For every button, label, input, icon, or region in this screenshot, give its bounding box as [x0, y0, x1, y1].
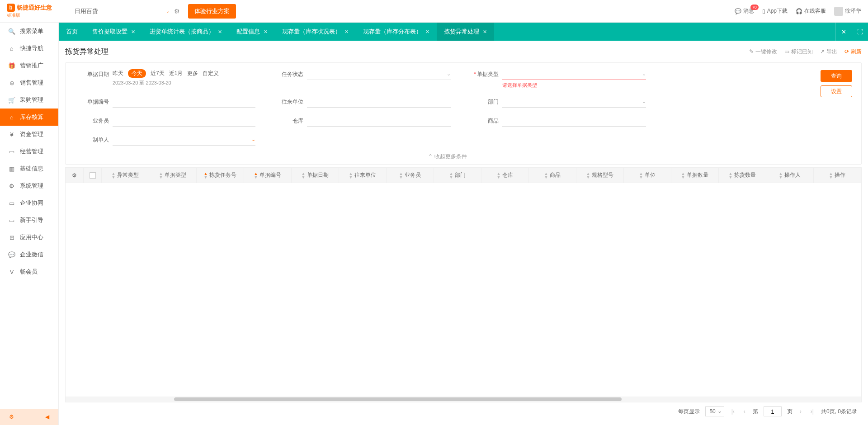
- table-column-header[interactable]: ▲▼往来单位: [339, 168, 387, 183]
- select-all-col[interactable]: [84, 168, 102, 183]
- fullscreen-button[interactable]: ⛶: [852, 23, 868, 41]
- tab[interactable]: 现存量（库存状况表）✕: [275, 23, 356, 41]
- sidebar-item[interactable]: 🎁营销推广: [0, 57, 58, 74]
- table-column-header[interactable]: ▲▼单据数量: [671, 168, 719, 183]
- sort-icon[interactable]: ▲▼: [544, 172, 548, 179]
- sidebar-item[interactable]: 🔍搜索菜单: [0, 23, 58, 40]
- table-column-header[interactable]: ▲▼操作: [814, 168, 861, 183]
- task-status-select[interactable]: [307, 69, 451, 80]
- messages-link[interactable]: 💬 消息 70: [735, 7, 754, 15]
- tab[interactable]: 进货单统计表（按商品）✕: [142, 23, 229, 41]
- tab[interactable]: 配置信息✕: [229, 23, 275, 41]
- per-page-select[interactable]: 50: [705, 406, 724, 416]
- chevron-down-icon[interactable]: ⌄: [447, 71, 451, 77]
- sort-icon[interactable]: ▲▼: [302, 172, 306, 179]
- table-column-header[interactable]: ▲▼拣货数量: [719, 168, 766, 183]
- date-more[interactable]: 更多: [187, 70, 198, 77]
- sort-icon[interactable]: ▲▼: [159, 172, 163, 179]
- app-download-link[interactable]: ▯ App下载: [762, 7, 788, 15]
- close-all-tabs-button[interactable]: ✕: [835, 23, 852, 41]
- checkbox[interactable]: [90, 172, 96, 179]
- date-range-options[interactable]: 昨天 今天 近7天 近1月 更多 自定义: [113, 69, 255, 78]
- sort-icon[interactable]: ▲▼: [639, 172, 643, 179]
- table-column-header[interactable]: ▲▼拣货任务号: [197, 168, 244, 183]
- doc-type-select[interactable]: [502, 69, 646, 80]
- sidebar-item[interactable]: ▭经营管理: [0, 143, 58, 160]
- sort-icon[interactable]: ▲▼: [204, 172, 208, 179]
- sort-icon[interactable]: ▲▼: [449, 172, 453, 179]
- table-column-header[interactable]: ▲▼单据日期: [292, 168, 339, 183]
- sort-icon[interactable]: ▲▼: [779, 172, 783, 179]
- close-icon[interactable]: ✕: [218, 29, 222, 35]
- close-icon[interactable]: ✕: [425, 29, 429, 35]
- sidebar-item[interactable]: ¥资金管理: [0, 126, 58, 143]
- sidebar-item[interactable]: ⌂快捷导航: [0, 40, 58, 57]
- maker-select[interactable]: [113, 135, 255, 146]
- tab[interactable]: 售价提取设置✕: [85, 23, 142, 41]
- sidebar-item[interactable]: ▥基础信息: [0, 160, 58, 177]
- date-last7[interactable]: 近7天: [151, 70, 165, 77]
- table-settings-col[interactable]: ⚙: [66, 168, 84, 183]
- doc-no-input[interactable]: [113, 97, 255, 108]
- filter-settings-button[interactable]: 设置: [821, 85, 852, 97]
- close-icon[interactable]: ✕: [264, 29, 268, 35]
- sort-icon[interactable]: ▲▼: [497, 172, 501, 179]
- ellipsis-icon[interactable]: ⋯: [641, 118, 646, 123]
- date-today[interactable]: 今天: [128, 69, 146, 78]
- chevron-down-icon[interactable]: ⌄: [642, 71, 646, 77]
- tab[interactable]: 拣货异常处理✕: [437, 23, 494, 41]
- prev-page-button[interactable]: ‹: [742, 408, 747, 415]
- collapse-filters[interactable]: ⌃ 收起更多条件: [75, 151, 821, 164]
- date-yesterday[interactable]: 昨天: [113, 70, 123, 77]
- sort-icon[interactable]: ▲▼: [829, 172, 833, 179]
- table-column-header[interactable]: ▲▼部门: [434, 168, 481, 183]
- table-column-header[interactable]: ▲▼规格型号: [576, 168, 624, 183]
- online-service-link[interactable]: 🎧 在线客服: [796, 7, 826, 15]
- table-column-header[interactable]: ▲▼单位: [624, 168, 671, 183]
- sidebar-item[interactable]: ⊕销售管理: [0, 74, 58, 91]
- sidebar-item[interactable]: ⊞应用中心: [0, 229, 58, 246]
- sort-icon[interactable]: ▲▼: [112, 172, 116, 179]
- partner-input[interactable]: [307, 97, 451, 108]
- refresh-action[interactable]: ⟳刷新: [844, 48, 862, 56]
- warehouse-input[interactable]: [307, 116, 451, 127]
- date-last1m[interactable]: 近1月: [169, 70, 183, 77]
- ellipsis-icon[interactable]: ⋯: [250, 118, 255, 123]
- first-page-button[interactable]: |‹: [730, 408, 736, 415]
- close-icon[interactable]: ✕: [344, 29, 349, 35]
- sidebar-item[interactable]: ▭新手引导: [0, 212, 58, 229]
- sort-icon[interactable]: ▲▼: [254, 172, 258, 179]
- table-column-header[interactable]: ▲▼仓库: [481, 168, 529, 183]
- sidebar-item[interactable]: ▭企业协同: [0, 194, 58, 212]
- product-input[interactable]: [502, 116, 646, 127]
- sidebar-item[interactable]: ⌂库存核算: [0, 109, 58, 126]
- sidebar-item[interactable]: ⚙系统管理: [0, 177, 58, 194]
- next-page-button[interactable]: ›: [798, 408, 803, 415]
- gear-icon[interactable]: ⚙: [174, 8, 180, 15]
- collapse-sidebar-icon[interactable]: ◀: [45, 414, 49, 420]
- tab[interactable]: 首页: [59, 23, 85, 41]
- horizontal-scrollbar[interactable]: [66, 397, 861, 402]
- sort-icon[interactable]: ▲▼: [681, 172, 685, 179]
- table-column-header[interactable]: ▲▼操作人: [766, 168, 814, 183]
- user-menu[interactable]: 徐泽华: [834, 7, 861, 16]
- sort-icon[interactable]: ▲▼: [399, 172, 403, 179]
- table-column-header[interactable]: ▲▼异常类型: [102, 168, 149, 183]
- tab[interactable]: 现存量（库存分布表）✕: [356, 23, 437, 41]
- sidebar-item[interactable]: 🛒采购管理: [0, 91, 58, 109]
- table-column-header[interactable]: ▲▼商品: [529, 168, 576, 183]
- chevron-down-icon[interactable]: ⌄: [642, 99, 646, 104]
- page-number-input[interactable]: [764, 406, 782, 416]
- batch-edit-action[interactable]: ✎一键修改: [749, 48, 777, 56]
- try-plan-button[interactable]: 体验行业方案: [188, 4, 236, 19]
- category-selector[interactable]: 日用百货 ⌄: [75, 7, 170, 15]
- last-page-button[interactable]: ›|: [809, 408, 816, 415]
- settings-icon[interactable]: ⚙: [9, 414, 14, 420]
- close-icon[interactable]: ✕: [131, 29, 135, 35]
- sort-icon[interactable]: ▲▼: [586, 172, 590, 179]
- export-action[interactable]: ↗导出: [820, 48, 837, 56]
- mark-read-action[interactable]: ▭标记已知: [784, 48, 813, 56]
- table-column-header[interactable]: ▲▼单据类型: [149, 168, 197, 183]
- department-select[interactable]: [502, 97, 646, 108]
- date-custom[interactable]: 自定义: [203, 70, 219, 77]
